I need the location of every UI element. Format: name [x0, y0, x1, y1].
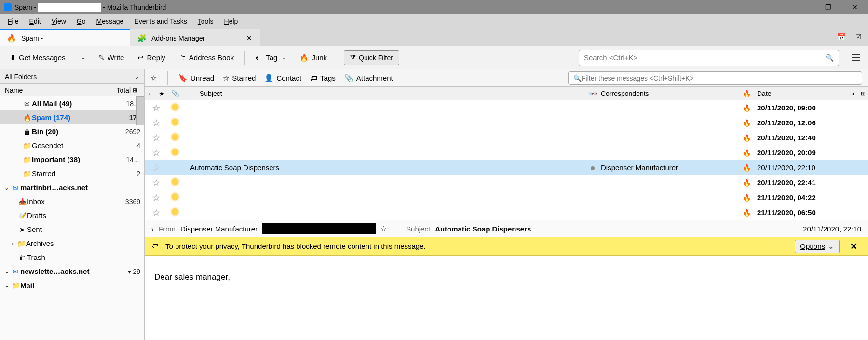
- twisty-icon[interactable]: ⌄: [3, 282, 11, 289]
- message-row[interactable]: ☆🔥20/11/2020, 09:00: [145, 100, 868, 115]
- junk-cell[interactable]: [168, 178, 182, 187]
- message-row[interactable]: ☆🔥21/11/2020, 06:50: [145, 205, 868, 220]
- tasks-button[interactable]: ☑: [853, 31, 864, 42]
- filter-tags[interactable]: 🏷Tags: [310, 74, 336, 82]
- star-button[interactable]: ☆: [145, 148, 168, 158]
- menu-message[interactable]: Message: [92, 16, 129, 27]
- junk-button[interactable]: 🔥 Junk: [295, 51, 332, 65]
- junk-cell[interactable]: [168, 193, 182, 202]
- folder-row[interactable]: ›📁Archives: [0, 236, 144, 250]
- folder-row[interactable]: ➤Sent: [0, 222, 144, 236]
- write-button[interactable]: ✎ Write: [94, 51, 129, 65]
- message-row[interactable]: ☆🔥20/11/2020, 12:06: [145, 115, 868, 130]
- filter-search[interactable]: 🔍: [568, 71, 862, 85]
- read-cell[interactable]: [584, 163, 601, 172]
- quick-filter-button[interactable]: ⧩ Quick Filter: [344, 50, 399, 65]
- menu-help[interactable]: Help: [219, 16, 243, 27]
- message-row[interactable]: ☆Automatic Soap DispensersDispenser Manu…: [145, 160, 868, 175]
- from-value[interactable]: Dispenser Manufacturer: [180, 225, 258, 233]
- junk-cell[interactable]: [168, 104, 182, 112]
- close-window-button[interactable]: ✕: [841, 0, 868, 14]
- sticky-filter-button[interactable]: ☆: [150, 74, 157, 82]
- filter-starred[interactable]: ☆Starred: [223, 74, 256, 82]
- search-input[interactable]: [584, 54, 826, 62]
- message-row[interactable]: ☆🔥20/11/2020, 22:41: [145, 175, 868, 190]
- menu-go[interactable]: Go: [72, 16, 91, 27]
- star-button[interactable]: ☆: [145, 118, 168, 128]
- col-junk[interactable]: 🔥: [741, 90, 752, 97]
- message-row[interactable]: ☆🔥21/11/2020, 04:22: [145, 190, 868, 205]
- folder-row[interactable]: 📁Gesendet4: [0, 138, 144, 152]
- address-book-button[interactable]: 🗂 Address Book: [174, 51, 239, 65]
- folder-tree[interactable]: ✉All Mail (49)18…🔥Spam (174)179🗑Bin (20)…: [0, 96, 144, 340]
- twisty-icon[interactable]: ›: [9, 240, 16, 247]
- remote-content-options-button[interactable]: Options ⌄: [795, 240, 840, 253]
- folder-row[interactable]: 📁Starred2: [0, 166, 144, 180]
- global-search[interactable]: 🔍: [579, 50, 839, 66]
- star-button[interactable]: ☆: [145, 103, 168, 113]
- junk-status-cell[interactable]: 🔥: [741, 119, 752, 127]
- junk-status-cell[interactable]: 🔥: [741, 164, 752, 172]
- tab-addons-manager[interactable]: 🧩 Add-ons Manager ×: [130, 29, 260, 46]
- expand-header-button[interactable]: ›: [151, 225, 154, 233]
- star-button[interactable]: ☆: [145, 192, 168, 203]
- message-row[interactable]: ☆🔥20/11/2020, 12:40: [145, 130, 868, 145]
- minimize-button[interactable]: —: [788, 0, 815, 14]
- junk-cell[interactable]: [168, 134, 182, 142]
- col-thread[interactable]: ₜ: [145, 90, 155, 97]
- junk-cell[interactable]: [168, 149, 182, 157]
- scrollbar-thumb[interactable]: [136, 96, 144, 125]
- folder-row[interactable]: 🗑Trash: [0, 250, 144, 264]
- folder-row[interactable]: ⌄✉newslette…acks.net▾ 29: [0, 264, 144, 278]
- folder-row[interactable]: 📥Inbox3369: [0, 194, 144, 208]
- filter-attachment[interactable]: 📎Attachment: [344, 74, 393, 82]
- junk-status-cell[interactable]: 🔥: [741, 149, 752, 157]
- col-date[interactable]: Date: [752, 90, 849, 97]
- tab-spam-folder[interactable]: 🔥 Spam -: [0, 29, 130, 46]
- col-subject[interactable]: Subject: [196, 90, 584, 97]
- col-attachment[interactable]: 📎: [168, 90, 182, 97]
- search-icon[interactable]: 🔍: [826, 54, 834, 62]
- tag-button[interactable]: 🏷 Tag ⌄: [251, 51, 291, 65]
- col-correspondents[interactable]: Correspondents: [601, 90, 741, 97]
- close-tab-button[interactable]: ×: [244, 31, 254, 45]
- folder-row[interactable]: 🗑Bin (20)2692: [0, 124, 144, 138]
- menu-events-tasks[interactable]: Events and Tasks: [129, 16, 191, 27]
- col-read[interactable]: 👓: [584, 90, 601, 97]
- folder-row[interactable]: ⌄📁Mail: [0, 278, 144, 292]
- col-star[interactable]: ★: [155, 90, 168, 97]
- menu-view[interactable]: View: [47, 16, 71, 27]
- twisty-icon[interactable]: ⌄: [3, 268, 11, 275]
- folder-row[interactable]: ✉All Mail (49)18…: [0, 96, 144, 110]
- star-contact-button[interactable]: ☆: [380, 224, 387, 233]
- menu-edit[interactable]: Edit: [25, 16, 46, 27]
- star-button[interactable]: ☆: [145, 207, 168, 218]
- filter-input[interactable]: [582, 74, 857, 82]
- column-picker-icon[interactable]: ⊞: [858, 90, 868, 97]
- message-row[interactable]: ☆🔥20/11/2020, 20:09: [145, 145, 868, 160]
- folder-row[interactable]: ⌄✉martinbri…acks.net: [0, 180, 144, 194]
- junk-status-cell[interactable]: 🔥: [741, 179, 752, 187]
- calendar-button[interactable]: 📅: [835, 31, 847, 42]
- junk-cell[interactable]: [168, 119, 182, 127]
- filter-contact[interactable]: 👤Contact: [264, 74, 301, 82]
- star-button[interactable]: ☆: [145, 133, 168, 143]
- junk-cell[interactable]: [168, 208, 182, 217]
- col-total[interactable]: Total: [104, 86, 131, 94]
- message-body[interactable]: Dear sales manager,: [145, 256, 868, 340]
- col-name[interactable]: Name: [5, 86, 104, 94]
- star-button[interactable]: ☆: [145, 177, 168, 188]
- menu-file[interactable]: File: [3, 16, 24, 27]
- twisty-icon[interactable]: ⌄: [3, 184, 11, 191]
- column-picker-icon[interactable]: ⊞: [131, 87, 139, 94]
- junk-status-cell[interactable]: 🔥: [741, 209, 752, 217]
- sort-indicator-icon[interactable]: ▴: [849, 90, 858, 96]
- app-menu-button[interactable]: [849, 51, 863, 65]
- get-messages-dropdown[interactable]: ⌄: [74, 52, 90, 63]
- get-messages-button[interactable]: ⬇ Get Messages: [5, 51, 70, 65]
- junk-status-cell[interactable]: 🔥: [741, 194, 752, 202]
- maximize-button[interactable]: ❐: [815, 0, 841, 14]
- star-button[interactable]: ☆: [145, 163, 168, 173]
- dismiss-warning-button[interactable]: ✕: [846, 239, 861, 254]
- folder-row[interactable]: 📝Drafts: [0, 208, 144, 222]
